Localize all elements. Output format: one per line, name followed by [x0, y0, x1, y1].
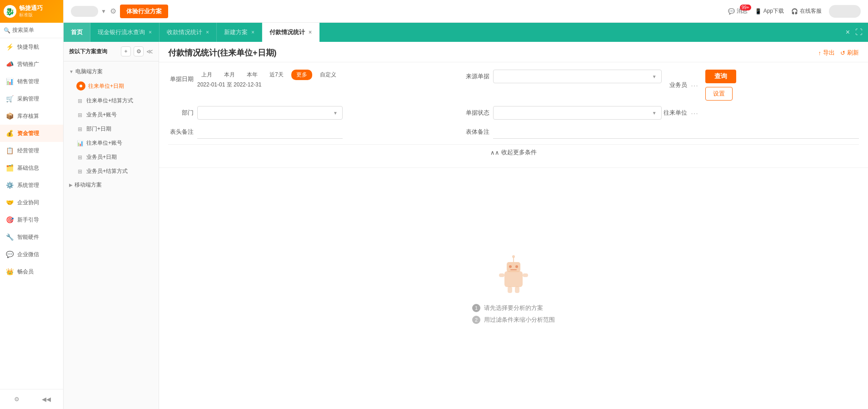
query-btns: 查询 设置 — [705, 70, 736, 101]
empty-tip-1: 1 请先选择要分析的方案 — [472, 304, 555, 312]
scheme-grid-icon: ⊞ — [76, 126, 84, 133]
tab-payment-stat[interactable]: 付款情况统计 × — [262, 23, 319, 42]
date-btn-this-year[interactable]: 本年 — [243, 70, 262, 80]
user-avatar — [71, 6, 98, 17]
tab-payment-stat-close[interactable]: × — [309, 29, 312, 35]
brand-area: 畅捷通巧 标准版 — [19, 5, 43, 18]
sidebar-header: 🐉 畅捷通巧 标准版 — [0, 0, 63, 23]
scheme-add-btn[interactable]: + — [121, 46, 131, 56]
tab-receipt-stat-close[interactable]: × — [206, 29, 209, 35]
sidebar-item-inventory[interactable]: 📦 库存核算 — [0, 107, 63, 125]
scheme-item-staff-account[interactable]: ⊞ 业务员+账号 — [64, 108, 159, 122]
tab-receipt-stat-label: 收款情况统计 — [167, 28, 202, 36]
date-btn-last-month[interactable]: 上月 — [197, 70, 216, 80]
nav-label: 资金管理 — [17, 130, 39, 137]
sidebar-item-operations[interactable]: 📋 经营管理 — [0, 142, 63, 159]
sidebar-item-guide[interactable]: 🎯 新手引导 — [0, 211, 63, 228]
settings-btn[interactable]: 设置 — [705, 87, 733, 101]
sidebar-item-basic-info[interactable]: 🗂️ 基础信息 — [0, 159, 63, 177]
header-note-input[interactable] — [197, 125, 343, 139]
tab-expand-icon[interactable]: ⛶ — [853, 26, 864, 38]
tab-bank-flow[interactable]: 现金银行流水查询 × — [90, 23, 160, 42]
tab-bank-flow-close[interactable]: × — [149, 29, 152, 35]
messages-btn[interactable]: 💬 消息 99+ — [728, 7, 748, 15]
sidebar-item-wechat[interactable]: 💬 企业微信 — [0, 246, 63, 263]
counterpart-more-icon[interactable]: ··· — [691, 108, 698, 118]
body-note-input[interactable] — [493, 125, 859, 139]
sidebar-item-marketing[interactable]: 📣 营销推广 — [0, 56, 63, 73]
sidebar-footer: ⚙ ◀◀ — [0, 389, 63, 409]
sidebar-item-capital[interactable]: 💰 资金管理 — [0, 125, 63, 142]
filter-row-2: 部门 ▼ 单据状态 ▼ 往来单位 — [168, 106, 859, 120]
sidebar-item-purchase[interactable]: 🛒 采购管理 — [0, 90, 63, 107]
search-menu[interactable]: 🔍 搜索菜单 — [0, 23, 63, 38]
refresh-btn[interactable]: ↺ 刷新 — [840, 49, 859, 57]
status-select[interactable]: ▼ — [493, 106, 661, 120]
scheme-collapse-btn[interactable]: ≪ — [146, 48, 153, 55]
scheme-item-unit-date[interactable]: 往来单位+日期 — [64, 78, 159, 94]
filter-date-item: 单据日期 上月 本月 本年 近7天 更多 自定义 2022-01-01 至 20… — [168, 70, 464, 89]
online-service-btn[interactable]: 🎧 在线客服 — [791, 7, 822, 15]
hardware-icon: 🔧 — [5, 233, 14, 241]
scheme-item-staff-date[interactable]: ⊞ 业务员+日期 — [64, 150, 159, 164]
mobile-label: 移动端方案 — [75, 181, 102, 189]
tab-new-scheme-close[interactable]: × — [251, 29, 254, 35]
scheme-panel: 按以下方案查询 + ⚙ ≪ ▼ 电脑端方案 往来单位+日期 ⊞ — [64, 42, 159, 409]
dept-select[interactable]: ▼ — [197, 106, 343, 120]
guide-icon: 🎯 — [5, 216, 14, 224]
scheme-item-unit-settle[interactable]: ⊞ 往来单位+结算方式 — [64, 94, 159, 108]
body-note-label: 表体备注 — [464, 128, 489, 136]
wechat-icon: 💬 — [5, 250, 14, 258]
tab-home[interactable]: 首页 — [64, 23, 90, 42]
trial-btn[interactable]: 体验行业方案 — [120, 5, 168, 18]
date-btn-7days[interactable]: 近7天 — [265, 70, 288, 80]
sidebar-item-quick-nav[interactable]: ⚡ 快捷导航 — [0, 38, 63, 56]
nav-label: 企业协同 — [17, 199, 39, 207]
scheme-item-unit-account[interactable]: 📊 往来单位+账号 — [64, 136, 159, 150]
main-area: ▼ ⚙ 体验行业方案 💬 消息 99+ 📱 App下载 🎧 在线客服 首页 — [64, 0, 868, 409]
staff-more-icon[interactable]: ··· — [691, 80, 698, 91]
tab-receipt-stat[interactable]: 收款情况统计 × — [160, 23, 217, 42]
filter-status-col: 单据状态 ▼ — [464, 106, 661, 120]
collapse-arrow-icon: ∧∧ — [490, 149, 499, 156]
export-btn[interactable]: ↑ 导出 — [818, 49, 835, 57]
sidebar-item-sales[interactable]: 📊 销售管理 — [0, 73, 63, 90]
nav-label: 销售管理 — [17, 78, 39, 86]
status-label: 单据状态 — [464, 109, 489, 117]
header-note-label: 表头备注 — [168, 128, 194, 136]
edition-label: 标准版 — [19, 12, 43, 18]
scheme-settings-btn[interactable]: ⚙ — [134, 46, 144, 56]
topbar-settings-icon[interactable]: ⚙ — [110, 7, 116, 15]
sidebar-item-hardware[interactable]: 🔧 智能硬件 — [0, 228, 63, 246]
collapse-bar[interactable]: ∧∧ 收起更多条件 — [168, 144, 859, 160]
app-download-btn[interactable]: 📱 App下载 — [755, 7, 784, 15]
footer-collapse-btn[interactable]: ◀◀ — [34, 393, 60, 405]
filter-counterpart-col: 往来单位 ··· — [662, 108, 859, 118]
query-btn[interactable]: 查询 — [705, 70, 736, 83]
quick-nav-icon: ⚡ — [5, 43, 14, 51]
dropdown-arrow-icon[interactable]: ▼ — [101, 8, 106, 15]
scheme-category-mobile[interactable]: ▶ 移动端方案 — [64, 178, 159, 192]
date-btn-custom[interactable]: 自定义 — [316, 70, 340, 80]
sidebar-item-system[interactable]: ⚙️ 系统管理 — [0, 177, 63, 194]
sidebar-item-membership[interactable]: 👑 畅会员 — [0, 263, 63, 280]
filter-source-item: 来源单据 ▼ — [464, 70, 661, 83]
page-actions: ↑ 导出 ↺ 刷新 — [818, 49, 859, 57]
scheme-category-desktop[interactable]: ▼ 电脑端方案 — [64, 65, 159, 78]
system-icon: ⚙️ — [5, 181, 14, 189]
user-area[interactable]: ▼ — [71, 6, 106, 17]
scheme-item-dept-date[interactable]: ⊞ 部门+日期 — [64, 122, 159, 136]
date-btn-this-month[interactable]: 本月 — [220, 70, 239, 80]
date-btn-more[interactable]: 更多 — [291, 70, 312, 80]
tabbar-right: × ⛶ — [840, 26, 868, 38]
tab-close-all-icon[interactable]: × — [844, 26, 852, 38]
logo-icon: 🐉 — [4, 5, 16, 18]
scheme-item-staff-settle[interactable]: ⊞ 业务员+结算方式 — [64, 164, 159, 178]
footer-settings-btn[interactable]: ⚙ — [4, 393, 30, 405]
robot-svg — [491, 253, 536, 298]
topbar-user-info[interactable] — [829, 5, 861, 18]
tab-new-scheme[interactable]: 新建方案 × — [217, 23, 262, 42]
sidebar-item-enterprise[interactable]: 🤝 企业协同 — [0, 194, 63, 211]
source-select[interactable]: ▼ — [493, 70, 661, 83]
scheme-chart-icon: 📊 — [76, 140, 84, 147]
